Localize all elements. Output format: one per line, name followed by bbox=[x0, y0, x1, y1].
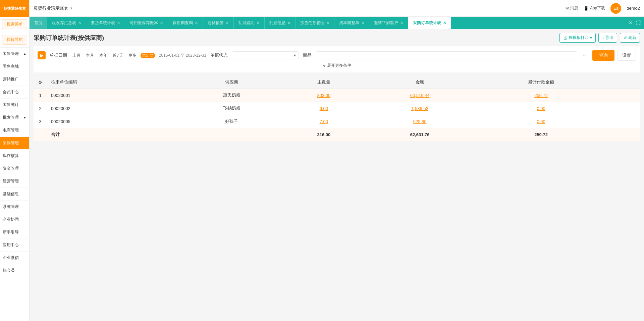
sidebar-item-members[interactable]: 会员中心 bbox=[0, 86, 29, 99]
date-btn-more[interactable]: 更多 bbox=[127, 52, 138, 59]
close-tab-button[interactable]: ✕ bbox=[629, 20, 633, 25]
date-custom-tag[interactable]: 自定义 bbox=[141, 53, 155, 58]
tab-baoyuqi[interactable]: 保质期查询 ✕ bbox=[168, 17, 203, 29]
more-filters-button[interactable]: ··· bbox=[581, 53, 588, 58]
sidebar-item-purchase[interactable]: 采购管理 bbox=[0, 137, 29, 150]
sidebar-item-operation[interactable]: 经营管理 bbox=[0, 175, 29, 188]
tab-close-icon[interactable]: ✕ bbox=[195, 21, 198, 25]
query-button[interactable]: 查询 bbox=[592, 50, 614, 61]
tab-yaohuodantongji[interactable]: 要货单统计表 ✕ bbox=[86, 17, 125, 29]
tab-label: 采购订单统计表 bbox=[413, 20, 441, 26]
sidebar-item-newguide[interactable]: 新手引导 bbox=[0, 226, 29, 239]
paid-link[interactable]: 0.00 bbox=[537, 119, 545, 124]
sidebar-item-membership[interactable]: 畅会员 bbox=[0, 264, 29, 277]
sidebar-item-label: 库存核算 bbox=[3, 153, 19, 159]
td-code: 00020002 bbox=[47, 102, 181, 115]
message-button[interactable]: ✉ 消息 bbox=[566, 5, 578, 11]
avatar[interactable]: Ea bbox=[610, 3, 621, 14]
sidebar-item-enterprise[interactable]: 企业协同 bbox=[0, 213, 29, 226]
sidebar-item-retailstat[interactable]: 零售统计 bbox=[0, 99, 29, 111]
setting-button[interactable]: 设置 bbox=[617, 50, 636, 61]
tab-label: 功能说明 bbox=[238, 20, 255, 26]
sidebar-item-inventory[interactable]: 库存核算 bbox=[0, 150, 29, 162]
status-select[interactable]: ▾ bbox=[232, 51, 299, 59]
amount-link[interactable]: 60,519.44 bbox=[410, 93, 430, 98]
tab-label: 邀请下游客户 bbox=[374, 20, 398, 26]
org-name: 母婴行业演示账套 bbox=[34, 5, 68, 11]
print-label: 按模板打印 bbox=[569, 35, 589, 41]
tab-peizhi[interactable]: 配置信息 ✕ bbox=[265, 17, 296, 29]
filter-toggle-button[interactable]: ▶ bbox=[38, 51, 46, 59]
tab-caigoudantongji[interactable]: 采购订单统计表 ✕ bbox=[408, 17, 451, 29]
amount-link[interactable]: 1,586.52 bbox=[411, 106, 428, 111]
app-icon: 📱 bbox=[584, 6, 589, 11]
tab-chenben[interactable]: 成本调整单 ✕ bbox=[334, 17, 369, 29]
th-qty: 主数量 bbox=[282, 76, 366, 89]
expand-more-button[interactable]: ∨ 展开更多条件 bbox=[38, 61, 636, 68]
date-btn-last-month[interactable]: 上月 bbox=[71, 52, 82, 59]
sidebar-item-basic[interactable]: 基础信息 bbox=[0, 188, 29, 201]
username[interactable]: demo2 bbox=[627, 6, 640, 11]
date-range-display: 2016-01-01 至 2023-12-31 bbox=[159, 53, 206, 58]
th-settings[interactable]: ⚙ bbox=[34, 76, 47, 89]
tab-label: 保质期查询 bbox=[173, 20, 193, 26]
app-label: App下载 bbox=[590, 5, 605, 11]
tab-close-icon[interactable]: ✕ bbox=[361, 21, 364, 25]
qty-link[interactable]: 6.00 bbox=[320, 106, 328, 111]
footer-empty2 bbox=[608, 128, 640, 141]
table-row: 1 00020001 惠氏奶粉 303.00 60,519.44 259.72 bbox=[34, 89, 640, 102]
sidebar-item-system[interactable]: 系统管理 bbox=[0, 201, 29, 213]
tab-close-icon[interactable]: ✕ bbox=[443, 21, 446, 25]
tab-label: 配置信息 bbox=[269, 20, 285, 26]
sidebar-item-appcenter[interactable]: 应用中心 bbox=[0, 239, 29, 252]
tab-close-icon[interactable]: ✕ bbox=[117, 21, 120, 25]
app-download-button[interactable]: 📱 App下载 bbox=[584, 5, 605, 11]
refresh-button[interactable]: ↺ 刷新 bbox=[620, 33, 640, 43]
qty-link[interactable]: 7.00 bbox=[320, 119, 328, 124]
date-btn-7days[interactable]: 近7天 bbox=[111, 52, 124, 59]
tab-paihuorenwu[interactable]: 拣货任务管理 ✕ bbox=[296, 17, 334, 29]
tab-gongnengshuo[interactable]: 功能说明 ✕ bbox=[234, 17, 265, 29]
sidebar-item-retailshop[interactable]: 零售商城 bbox=[0, 60, 29, 73]
tab-label: 拣货任务管理 bbox=[300, 20, 324, 26]
date-btn-this-year[interactable]: 本年 bbox=[98, 52, 109, 59]
footer-label: 合计 bbox=[47, 128, 282, 141]
td-paid: 0.00 bbox=[474, 102, 608, 115]
sidebar-item-wechat[interactable]: 企业微信 bbox=[0, 252, 29, 264]
tab-home-label: 首页 bbox=[34, 20, 42, 26]
tab-yaocingxiayou[interactable]: 邀请下游客户 ✕ bbox=[369, 17, 408, 29]
goods-search-input[interactable] bbox=[316, 51, 577, 59]
expand-tabs-button[interactable]: ⛶ bbox=[636, 20, 641, 25]
sidebar-item-marketing[interactable]: 营销推广 bbox=[0, 73, 29, 86]
sidebar-item-finance[interactable]: 资金管理 bbox=[0, 162, 29, 175]
sidebar-item-wholesale[interactable]: 批发管理 ▼ bbox=[0, 111, 29, 124]
paid-link[interactable]: 0.00 bbox=[537, 106, 545, 111]
sidebar-item-ecommerce[interactable]: 电商管理 bbox=[0, 124, 29, 137]
footer-paid: 259.72 bbox=[474, 128, 608, 141]
tab-close-icon[interactable]: ✕ bbox=[287, 21, 290, 25]
tab-close-icon[interactable]: ✕ bbox=[226, 21, 229, 25]
paid-link[interactable]: 259.72 bbox=[534, 93, 548, 98]
quicknav-button[interactable]: 快捷导航 bbox=[2, 35, 27, 45]
tab-home[interactable]: 首页 bbox=[30, 17, 47, 29]
tab-shoufahuizong[interactable]: 收发存汇总表 ✕ bbox=[47, 17, 86, 29]
qty-link[interactable]: 303.00 bbox=[317, 93, 330, 98]
search-menu-button[interactable]: 搜索菜单 bbox=[2, 19, 27, 29]
tab-keyongliang[interactable]: 可用量库存账本 ✕ bbox=[125, 17, 168, 29]
tab-close-icon[interactable]: ✕ bbox=[400, 21, 403, 25]
tab-close-icon[interactable]: ✕ bbox=[257, 21, 260, 25]
print-button[interactable]: 🖨 按模板打印 ▾ bbox=[559, 33, 596, 43]
org-selector[interactable]: 母婴行业演示账套 ▾ bbox=[34, 5, 72, 11]
amount-link[interactable]: 525.80 bbox=[413, 119, 427, 124]
tab-close-icon[interactable]: ✕ bbox=[326, 21, 329, 25]
td-no: 3 bbox=[34, 115, 47, 128]
export-button[interactable]: ↓ 导出 bbox=[598, 33, 617, 43]
sidebar-item-label: 企业微信 bbox=[3, 255, 19, 261]
sidebar-menu: 零售管理 ▲ 零售商城 营销推广 会员中心 零售统计 批发管理 ▼ 电商管理 采… bbox=[0, 48, 29, 321]
td-empty bbox=[608, 115, 640, 128]
tab-chaochuyujing[interactable]: 超储预警 ✕ bbox=[203, 17, 234, 29]
tab-close-icon[interactable]: ✕ bbox=[160, 21, 163, 25]
date-btn-this-month[interactable]: 本月 bbox=[85, 52, 95, 59]
sidebar-item-retail[interactable]: 零售管理 ▲ bbox=[0, 48, 29, 60]
tab-close-icon[interactable]: ✕ bbox=[78, 21, 81, 25]
